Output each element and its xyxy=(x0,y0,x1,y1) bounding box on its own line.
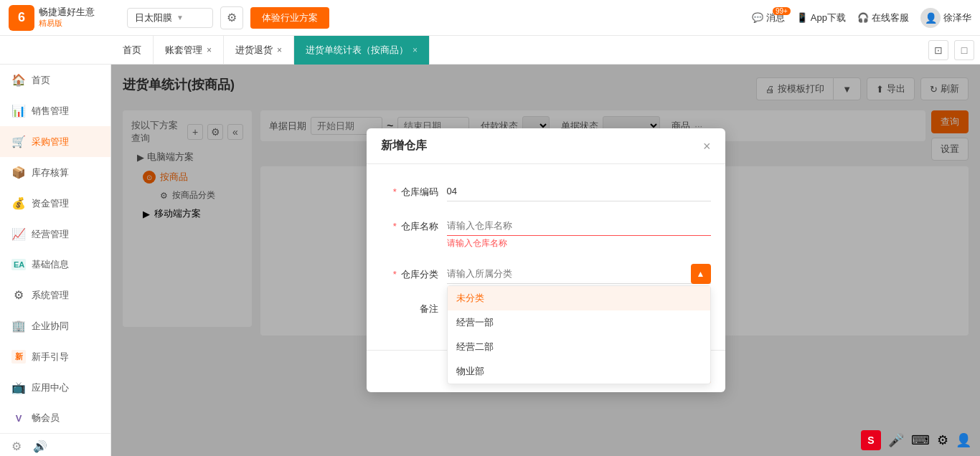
dropdown-item-ops2[interactable]: 经营二部 xyxy=(448,335,710,359)
try-industry-button[interactable]: 体验行业方案 xyxy=(250,7,329,29)
dropdown-item-none[interactable]: 未分类 xyxy=(448,286,710,310)
name-control: 请输入仓库名称 xyxy=(447,216,711,250)
system-icon: ⚙ xyxy=(11,288,26,302)
message-icon: 💬 xyxy=(752,12,763,23)
company-selector[interactable]: 日太阳膜 ▼ xyxy=(127,8,213,28)
dropdown-item-property[interactable]: 物业部 xyxy=(448,359,710,384)
sidebar-item-operations[interactable]: 📈 经营管理 xyxy=(0,219,110,250)
sidebar-bottom: ⚙ 🔊 xyxy=(0,433,110,456)
settings-icon[interactable]: ⚙ xyxy=(11,440,22,453)
category-control: ▲ 未分类 经营一部 经营二部 物业部 xyxy=(447,264,711,284)
gear-icon: ⚙ xyxy=(227,11,237,24)
note-label: 备注 xyxy=(381,298,438,315)
logo-sub: 精易版 xyxy=(39,18,95,29)
maximize-icon: □ xyxy=(961,44,967,56)
category-label: * 仓库分类 xyxy=(381,264,438,281)
sidebar-item-vip[interactable]: V 畅会员 xyxy=(0,403,110,433)
purchase-icon: 🛒 xyxy=(11,135,26,148)
name-field-row: * 仓库名称 请输入仓库名称 xyxy=(381,216,711,250)
bottom-settings-icon[interactable]: ⚙ xyxy=(937,432,948,448)
online-service-button[interactable]: 🎧 在线客服 xyxy=(857,11,909,24)
tab-purchase-stats[interactable]: 进货单统计表（按商品） × xyxy=(294,36,430,65)
keyboard-icon[interactable]: ⌨ xyxy=(911,432,930,448)
restore-button[interactable]: ⊡ xyxy=(928,40,948,60)
tab-bar: 首页 账套管理 × 进货退货 × 进货单统计表（按商品） × ⊡ □ xyxy=(0,36,980,65)
sidebar-item-enterprise[interactable]: 🏢 企业协同 xyxy=(0,310,110,341)
sidebar-item-finance[interactable]: 💰 资金管理 xyxy=(0,188,110,219)
sound-icon[interactable]: 🔊 xyxy=(33,440,47,453)
dropdown-toggle-button[interactable]: ▲ xyxy=(691,264,711,284)
message-badge: 99+ xyxy=(773,7,791,15)
content-area: 进货单统计(按商品) 🖨 按模板打印 ▼ ⬆ 导出 ↻ 刷新 xyxy=(111,65,980,456)
chevron-up-icon: ▲ xyxy=(697,269,705,279)
name-error-message: 请输入仓库名称 xyxy=(447,237,711,250)
guide-icon: 新 xyxy=(11,350,26,364)
category-dropdown-list: 未分类 经营一部 经营二部 物业部 xyxy=(447,285,711,384)
sidebar-item-system[interactable]: ⚙ 系统管理 xyxy=(0,280,110,310)
inventory-icon: 📦 xyxy=(11,166,26,179)
tab-accounts[interactable]: 账套管理 × xyxy=(154,36,224,65)
sidebar-item-sales[interactable]: 📊 销售管理 xyxy=(0,95,110,126)
category-field-row: * 仓库分类 ▲ 未分类 经营一部 经营二部 xyxy=(381,264,711,284)
logo-icon: 6 xyxy=(9,5,34,31)
app-download-button[interactable]: 📱 App下载 xyxy=(796,11,846,24)
home-icon: 🏠 xyxy=(11,73,26,87)
sidebar-item-purchase[interactable]: 🛒 采购管理 xyxy=(0,126,110,157)
appcenter-icon: 📺 xyxy=(11,381,26,394)
code-field-row: * 仓库编码 xyxy=(381,181,711,201)
modal-close-button[interactable]: × xyxy=(703,140,711,153)
close-icon[interactable]: × xyxy=(413,45,418,55)
modal-header: 新增仓库 × xyxy=(367,128,725,164)
bottom-bar: S 🎤 ⌨ ⚙ 👤 xyxy=(861,430,971,450)
gear-button[interactable]: ⚙ xyxy=(220,6,243,29)
modal-overlay: 新增仓库 × * 仓库编码 xyxy=(111,65,980,456)
chevron-down-icon: ▼ xyxy=(176,14,184,22)
app-icon: 📱 xyxy=(796,12,808,23)
sidebar-item-basic[interactable]: EA 基础信息 xyxy=(0,250,110,280)
main-layout: 🏠 首页 📊 销售管理 🛒 采购管理 📦 库存核算 💰 资金管理 📈 经营管理 … xyxy=(0,65,980,456)
s-icon-button[interactable]: S xyxy=(861,430,881,450)
user-menu-button[interactable]: 👤 徐泽华 xyxy=(920,8,971,28)
sales-icon: 📊 xyxy=(11,104,26,118)
microphone-icon[interactable]: 🎤 xyxy=(888,432,904,448)
tab-controls: ⊡ □ xyxy=(928,40,980,60)
dropdown-item-ops1[interactable]: 经营一部 xyxy=(448,310,710,335)
close-icon[interactable]: × xyxy=(277,45,282,55)
sidebar-item-guide[interactable]: 新 新手引导 xyxy=(0,341,110,372)
warehouse-name-input[interactable] xyxy=(447,216,711,236)
vip-icon: V xyxy=(11,413,26,424)
finance-icon: 💰 xyxy=(11,196,26,210)
header-right: 💬 消息 99+ 📱 App下载 🎧 在线客服 👤 徐泽华 xyxy=(752,8,971,28)
tab-home[interactable]: 首页 xyxy=(111,36,154,65)
add-warehouse-modal: 新增仓库 × * 仓库编码 xyxy=(367,128,725,392)
name-label: * 仓库名称 xyxy=(381,216,438,233)
avatar: 👤 xyxy=(920,8,941,28)
messages-button[interactable]: 💬 消息 99+ xyxy=(752,11,785,24)
headphone-icon: 🎧 xyxy=(857,12,869,23)
code-control xyxy=(447,181,711,201)
logo-area: 6 畅捷通好生意 精易版 xyxy=(9,5,120,31)
close-icon[interactable]: × xyxy=(207,45,212,55)
tab-purchase-return[interactable]: 进货退货 × xyxy=(224,36,294,65)
code-label: * 仓库编码 xyxy=(381,181,438,199)
operations-icon: 📈 xyxy=(11,227,26,241)
sidebar: 🏠 首页 📊 销售管理 🛒 采购管理 📦 库存核算 💰 资金管理 📈 经营管理 … xyxy=(0,65,111,456)
restore-icon: ⊡ xyxy=(934,44,943,56)
top-header: 6 畅捷通好生意 精易版 日太阳膜 ▼ ⚙ 体验行业方案 💬 消息 99+ 📱 … xyxy=(0,0,980,36)
sidebar-item-appcenter[interactable]: 📺 应用中心 xyxy=(0,372,110,403)
category-input[interactable] xyxy=(447,264,711,284)
bottom-user-icon[interactable]: 👤 xyxy=(956,432,971,448)
modal-body: * 仓库编码 * 仓库名称 xyxy=(367,164,725,350)
enterprise-icon: 🏢 xyxy=(11,319,26,333)
modal-title: 新增仓库 xyxy=(381,138,427,153)
maximize-button[interactable]: □ xyxy=(954,40,974,60)
logo-text: 畅捷通好生意 xyxy=(39,6,95,19)
sidebar-item-inventory[interactable]: 📦 库存核算 xyxy=(0,157,110,188)
warehouse-code-input[interactable] xyxy=(447,181,711,201)
basic-icon: EA xyxy=(11,259,26,270)
sidebar-item-home[interactable]: 🏠 首页 xyxy=(0,65,110,95)
